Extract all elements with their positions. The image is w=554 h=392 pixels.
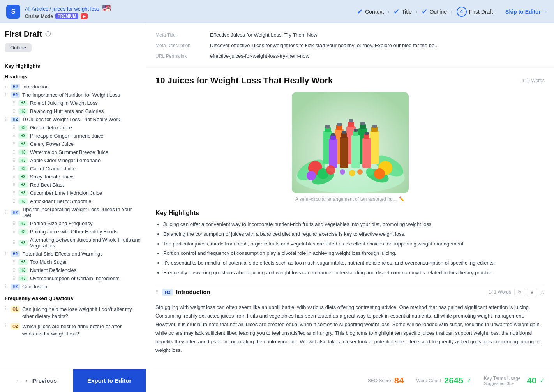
heading-text: Red Beet Blast	[30, 182, 64, 188]
heading-item[interactable]: ⠿ H3 Pineapple Ginger Turmeric Juice	[5, 132, 141, 140]
svg-rect-27	[331, 133, 335, 136]
word-count-value: 2645	[444, 376, 463, 386]
headings-heading: Headings	[5, 74, 141, 79]
heading-item[interactable]: ⠿ H3 Alternating Between Juices and Whol…	[5, 236, 141, 250]
h3-badge: H3	[18, 259, 28, 265]
article-image	[292, 92, 409, 193]
sidebar-title: First Draft ⓘ	[5, 30, 141, 39]
step-context[interactable]: ✔ Context	[357, 7, 384, 16]
yt-badge[interactable]: ▶	[81, 13, 88, 19]
h3-badge: H3	[18, 149, 28, 155]
heading-item[interactable]: ⠿ H3 Spicy Tomato Juice	[5, 173, 141, 181]
heading-item[interactable]: ⠿ H2 Potential Side Effects and Warnings	[5, 250, 141, 258]
h3-badge: H3	[18, 182, 28, 188]
highlights-title: Key Highlights	[155, 210, 545, 217]
flag-icon: 🇺🇸	[102, 4, 111, 12]
drag-handle-icon: ⠿	[12, 191, 16, 196]
heading-item[interactable]: ⠿ H3 Too Much Sugar	[5, 258, 141, 266]
prev-label: ← Previous	[25, 377, 57, 384]
heading-text: Carrot Orange Juice	[30, 166, 76, 171]
breadcrumb-separator: /	[50, 6, 53, 12]
heading-item[interactable]: ⠿ H3 Nutrient Deficiencies	[5, 266, 141, 274]
heading-item[interactable]: ⠿ H2 Introduction	[5, 83, 141, 91]
top-bar-left: S All Articles / juices for weight loss …	[6, 4, 111, 19]
h2-badge: H2	[11, 251, 20, 257]
meta-url-row: URL Permalink effective-juices-for-weigh…	[155, 51, 545, 61]
highlights-list: Juicing can offer a convenient way to in…	[155, 221, 545, 277]
drag-handle-icon: ⠿	[5, 251, 8, 257]
outline-tab[interactable]: Outline	[5, 43, 32, 52]
premium-badge: PREMIUM	[55, 13, 78, 19]
collapse-icon[interactable]: △	[540, 289, 545, 295]
drag-handle-icon: ⠿	[5, 117, 8, 122]
h3-badge: H3	[18, 133, 28, 139]
drag-handle-icon: ⠿	[12, 133, 16, 139]
step-outline-check-icon: ✔	[422, 7, 427, 16]
intro-section-text: Struggling with weight loss can often se…	[155, 303, 545, 355]
heading-item[interactable]: ⠿ H3 Cucumber Lime Hydration Juice	[5, 189, 141, 197]
expand-button[interactable]: ∨	[527, 288, 537, 297]
article-word-count: 115 Words	[522, 78, 545, 83]
info-icon[interactable]: ⓘ	[45, 31, 51, 38]
regenerate-button[interactable]: ↻	[514, 288, 525, 297]
intro-section-block: ⠿ H2 Introduction 141 Words ↻ ∨ △ Strugg…	[155, 285, 545, 355]
cruise-mode: Cruise Mode PREMIUM ▶	[25, 13, 111, 19]
heading-text: Introduction	[22, 84, 49, 90]
heading-text: Balancing Nutrients and Calories	[30, 108, 104, 114]
breadcrumb-prefix[interactable]: All Articles	[25, 6, 48, 12]
meta-section: Meta Title Effective Juices for Weight L…	[146, 23, 554, 68]
heading-item[interactable]: ⠿ H3 Apple Cider Vinegar Lemonade	[5, 156, 141, 164]
q1-badge: Q1	[11, 306, 20, 312]
heading-item[interactable]: ⠿ H3 Green Detox Juice	[5, 124, 141, 132]
word-count-group: Word Count 2645 ✓	[416, 376, 471, 386]
step-arrow-3: ›	[451, 9, 453, 15]
heading-item[interactable]: ⠿ H3 Portion Size and Frequency	[5, 219, 141, 228]
heading-text: Antioxidant Berry Smoothie	[30, 198, 92, 204]
heading-item[interactable]: ⠿ H2 10 Juices for Weight Loss That Real…	[5, 115, 141, 124]
drag-handle-icon: ⠿	[12, 199, 16, 204]
sidebar: First Draft ⓘ Outline Key Highlights Hea…	[0, 23, 146, 392]
heading-item[interactable]: ⠿ H3 Antioxidant Berry Smoothie	[5, 197, 141, 205]
breadcrumb-title[interactable]: juices for weight loss	[53, 6, 99, 12]
svg-rect-33	[354, 129, 358, 132]
heading-item[interactable]: ⠿ H3 Balancing Nutrients and Calories	[5, 107, 141, 115]
export-button[interactable]: Export to Editor	[73, 369, 146, 392]
heading-text: Nutrient Deficiencies	[30, 267, 76, 273]
heading-item[interactable]: ⠿ H3 Carrot Orange Juice	[5, 164, 141, 173]
heading-item[interactable]: ⠿ H2 Tips for Incorporating Weight Loss …	[5, 205, 141, 219]
previous-button[interactable]: ← ← Previous	[0, 369, 73, 392]
meta-title-row: Meta Title Effective Juices for Weight L…	[155, 30, 545, 40]
heading-item[interactable]: ⠿ H3 Red Beet Blast	[5, 181, 141, 189]
edit-icon[interactable]: ✏️	[399, 196, 405, 202]
article-title: 10 Juices for Weight Loss That Really Wo…	[155, 76, 333, 86]
export-label: Export to Editor	[87, 377, 131, 384]
heading-item[interactable]: ⠿ H3 Pairing Juice with Other Healthy Fo…	[5, 228, 141, 236]
drag-handle-icon: ⠿	[5, 323, 8, 328]
heading-item[interactable]: ⠿ H3 Celery Power Juice	[5, 140, 141, 148]
drag-handle-icon: ⠿	[12, 221, 16, 226]
heading-text: Green Detox Juice	[30, 125, 72, 131]
heading-item[interactable]: ⠿ H3 Overconsumption of Certain Ingredie…	[5, 274, 141, 283]
drag-handle-icon: ⠿	[12, 229, 16, 235]
step-outline[interactable]: ✔ Outline	[422, 7, 447, 16]
heading-item[interactable]: ⠿ H2 The Importance of Nutrition for Wei…	[5, 91, 141, 99]
step-title[interactable]: ✔ Title	[393, 7, 412, 16]
main-layout: First Draft ⓘ Outline Key Highlights Hea…	[0, 23, 554, 392]
svg-rect-36	[365, 132, 369, 135]
step-outline-label: Outline	[430, 9, 447, 15]
svg-point-41	[357, 169, 363, 175]
heading-item[interactable]: ⠿ H3 Watermelon Summer Breeze Juice	[5, 148, 141, 156]
step-first-draft[interactable]: 4 First Draft	[457, 7, 493, 17]
step-first-draft-label: First Draft	[469, 9, 493, 15]
article-title-row: 10 Juices for Weight Loss That Really Wo…	[155, 76, 545, 86]
faq-item[interactable]: ⠿ Q2 Which juices are best to drink befo…	[5, 321, 141, 339]
h3-badge: H3	[18, 174, 28, 180]
svg-point-38	[366, 168, 374, 176]
key-highlights-heading: Key Highlights	[5, 63, 141, 69]
skip-to-editor-link[interactable]: Skip to Editor →	[505, 9, 548, 15]
faq-item[interactable]: ⠿ Q1 Can juicing help me lose weight if …	[5, 304, 141, 321]
app-logo: S	[6, 5, 20, 19]
heading-item[interactable]: ⠿ H3 Role of Juicing in Weight Loss	[5, 99, 141, 107]
heading-item[interactable]: ⠿ H2 Conclusion	[5, 283, 141, 291]
h3-badge: H3	[18, 267, 28, 273]
